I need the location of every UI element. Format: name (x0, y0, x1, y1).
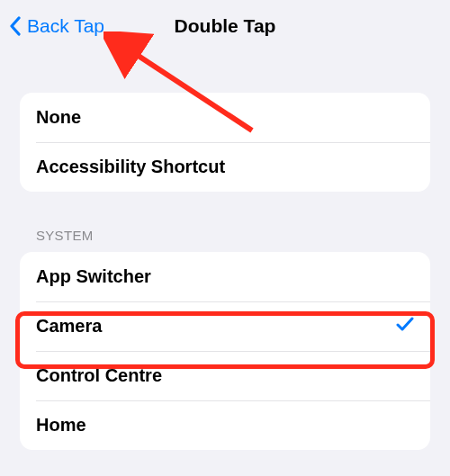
list-item-label: Accessibility Shortcut (36, 157, 225, 177)
list-item-label: Home (36, 415, 86, 436)
back-button[interactable]: Back Tap (7, 14, 104, 38)
list-general: None Accessibility Shortcut (20, 93, 430, 192)
list-item-home[interactable]: Home (20, 400, 430, 450)
page-title: Double Tap (175, 15, 276, 37)
list-item-control-centre[interactable]: Control Centre (20, 351, 430, 400)
list-item-label: None (36, 107, 81, 128)
list-item-label: Control Centre (36, 365, 162, 386)
chevron-left-icon (7, 14, 23, 38)
nav-bar: Back Tap Double Tap (0, 0, 450, 52)
list-item-label: Camera (36, 316, 102, 337)
list-item-app-switcher[interactable]: App Switcher (20, 252, 430, 301)
content: None Accessibility Shortcut SYSTEM App S… (0, 93, 450, 450)
section-header-system: SYSTEM (20, 228, 430, 252)
list-item-accessibility-shortcut[interactable]: Accessibility Shortcut (20, 142, 430, 192)
section-system: SYSTEM App Switcher Camera Control Centr… (20, 228, 430, 450)
list-item-camera[interactable]: Camera (20, 301, 430, 351)
checkmark-icon (396, 316, 414, 337)
list-system: App Switcher Camera Control Centre Home (20, 252, 430, 450)
back-label: Back Tap (27, 15, 104, 37)
list-item-label: App Switcher (36, 266, 151, 287)
list-item-none[interactable]: None (20, 93, 430, 142)
section-general: None Accessibility Shortcut (20, 93, 430, 192)
